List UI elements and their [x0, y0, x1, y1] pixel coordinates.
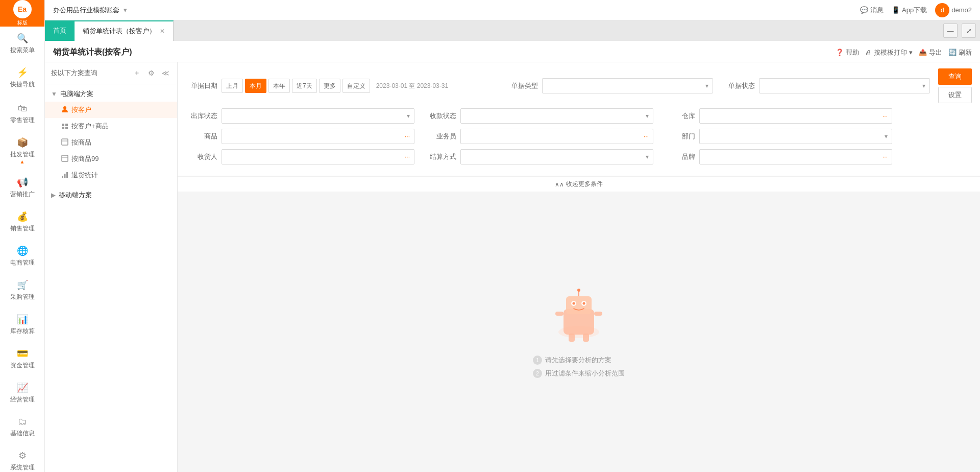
svg-rect-21: [555, 312, 564, 316]
sidebar-item-purchase[interactable]: 🛒 采购管理: [0, 273, 45, 308]
tab-minimize-btn[interactable]: —: [943, 23, 958, 38]
svg-point-20: [577, 289, 580, 292]
goods-control[interactable]: ···: [222, 129, 414, 144]
svg-rect-5: [62, 139, 68, 145]
payment-status-control[interactable]: ▾: [460, 108, 653, 124]
scheme-item-goods99-label: 按商品99: [71, 154, 99, 163]
payment-method-control[interactable]: ▾: [460, 149, 653, 164]
svg-point-17: [573, 302, 575, 304]
sidebar-item-wholesale[interactable]: 📦 批发管理 ▲: [0, 131, 45, 171]
filter-item-payment-status: 收款状态 ▾: [425, 108, 653, 124]
svg-point-18: [583, 302, 585, 304]
sidebar-item-operations[interactable]: 📈 经营管理: [0, 376, 45, 410]
tab-maximize-btn[interactable]: ⤢: [962, 23, 976, 38]
date-btn-this-year[interactable]: 本年: [268, 79, 290, 93]
settings-btn[interactable]: 设置: [938, 87, 972, 103]
svg-rect-24: [583, 334, 589, 342]
scheme-collapse-btn[interactable]: ≪: [160, 67, 171, 79]
date-btn-custom[interactable]: 自定义: [342, 79, 370, 93]
sidebar-item-marketing[interactable]: 📢 营销推广: [0, 171, 45, 205]
scheme-group-pc-header[interactable]: ▼ 电脑端方案: [45, 86, 177, 102]
chevron-right-icon: ▶: [51, 192, 56, 199]
sidebar-item-finance[interactable]: 💳 资金管理: [0, 342, 45, 376]
scheme-title: 按以下方案查询: [51, 68, 97, 78]
collapse-label: 收起更多条件: [566, 180, 603, 188]
sidebar-item-ecommerce[interactable]: 🌐 电商管理: [0, 239, 45, 273]
salesperson-label: 业务员: [425, 132, 460, 141]
date-btn-last-month[interactable]: 上月: [222, 79, 243, 93]
filter-row-4: 收货人 ··· 结算方式 ▾: [186, 149, 972, 164]
empty-state: 1 请先选择要分析的方案 2 用过滤条件来缩小分析范围: [178, 192, 980, 472]
filter-item-order-status: 单据状态 ▾: [723, 78, 930, 93]
refresh-btn[interactable]: 🔄 刷新: [948, 48, 972, 57]
scheme-item-by-customer-goods[interactable]: 按客户+商品: [45, 118, 177, 134]
filter-row-3: 商品 ··· 业务员 ···: [186, 129, 972, 144]
scheme-item-return-stats[interactable]: 退货统计: [45, 167, 177, 183]
empty-tip-2: 2 用过滤条件来缩小分析范围: [533, 369, 625, 378]
export-icon: 📤: [919, 49, 927, 56]
brand-dots: ···: [883, 153, 888, 160]
chevron-down-icon: ▼: [51, 90, 57, 98]
warehouse-control[interactable]: ···: [699, 108, 892, 124]
warehouse-dots: ···: [883, 112, 888, 120]
svg-rect-22: [594, 312, 602, 316]
refresh-icon: 🔄: [948, 49, 957, 56]
sidebar-item-basic[interactable]: 🗂 基础信息: [0, 410, 45, 444]
scheme-item-customer-goods-label: 按客户+商品: [71, 122, 109, 131]
filter-row-2: 出库状态 ▾ 收款状态 ▾: [186, 108, 972, 124]
date-label: 单据日期: [186, 81, 222, 90]
query-btn[interactable]: 查询: [938, 68, 972, 85]
receiver-dots: ···: [405, 153, 410, 160]
sidebar: Ea 标版 🔍 搜索菜单 ⚡ 快捷导航 🛍 零售管理 📦 批发管理 ▲ 📢 营销…: [0, 0, 45, 472]
sidebar-item-search[interactable]: 🔍 搜索菜单: [0, 27, 45, 61]
sidebar-label-sales: 销售管理: [10, 224, 35, 233]
order-type-label: 单据类型: [506, 81, 542, 90]
date-btn-more[interactable]: 更多: [319, 79, 340, 93]
sidebar-item-quicknav[interactable]: ⚡ 快捷导航: [0, 61, 45, 95]
scheme-settings-btn[interactable]: ⚙: [145, 67, 157, 79]
collapse-more-btn[interactable]: ∧∧ 收起更多条件: [178, 176, 980, 192]
filter-item-warehouse: 仓库 ···: [664, 108, 892, 124]
collapse-up-icon: ∧∧: [555, 181, 564, 188]
sidebar-item-system[interactable]: ⚙ 系统管理: [0, 444, 45, 472]
filter-item-salesperson: 业务员 ···: [425, 129, 653, 144]
order-status-control[interactable]: ▾: [759, 78, 930, 93]
logo-text: Ea: [18, 5, 27, 13]
scheme-add-btn[interactable]: ＋: [131, 67, 142, 79]
payment-method-dropdown-icon: ▾: [646, 153, 649, 160]
message-btn[interactable]: 💬 消息: [860, 6, 884, 15]
scheme-item-by-customer[interactable]: 按客户: [45, 102, 177, 118]
receiver-label: 收货人: [186, 152, 222, 161]
svg-rect-10: [64, 174, 66, 178]
help-btn[interactable]: ❓ 帮助: [836, 48, 859, 57]
scheme-item-by-goods99[interactable]: 按商品99: [45, 151, 177, 167]
svg-rect-9: [62, 176, 63, 178]
download-icon: 📱: [892, 6, 900, 14]
tab-home[interactable]: 首页: [45, 20, 75, 41]
app-download-btn[interactable]: 📱 App下载: [892, 6, 927, 15]
receiver-control[interactable]: ···: [222, 149, 414, 164]
customer-goods-icon: [61, 122, 68, 131]
tab-stats[interactable]: 销货单统计表（按客户） ✕: [75, 20, 174, 41]
scheme-item-by-goods[interactable]: 按商品: [45, 134, 177, 151]
sidebar-label-ecommerce: 电商管理: [10, 258, 35, 267]
brand-control[interactable]: ···: [699, 149, 892, 164]
order-type-control[interactable]: ▾: [542, 78, 713, 93]
sidebar-item-inventory[interactable]: 📊 库存核算: [0, 308, 45, 342]
sidebar-item-retail[interactable]: 🛍 零售管理: [0, 97, 45, 131]
date-btn-7days[interactable]: 近7天: [292, 79, 317, 93]
date-btn-this-month[interactable]: 本月: [245, 79, 266, 93]
filter-item-date: 单据日期 上月 本月 本年 近7天 更多 自定义 2023-03-01 至 20…: [186, 79, 496, 93]
sidebar-item-sales[interactable]: 💰 销售管理: [0, 205, 45, 239]
export-btn[interactable]: 📤 导出: [919, 48, 942, 57]
print-btn[interactable]: 🖨 按模板打印 ▾: [865, 48, 913, 57]
tab-close-icon[interactable]: ✕: [160, 28, 165, 35]
department-control[interactable]: ▾: [699, 129, 892, 144]
top-header: 办公用品行业模拟账套 ▾ 💬 消息 📱 App下载 d demo2: [45, 0, 980, 20]
ship-status-control[interactable]: ▾: [222, 108, 414, 124]
svg-rect-3: [62, 127, 64, 129]
user-btn[interactable]: d demo2: [935, 3, 972, 17]
scheme-group-mobile-header[interactable]: ▶ 移动端方案: [45, 187, 177, 203]
header-dropdown-icon[interactable]: ▾: [124, 6, 127, 14]
salesperson-control[interactable]: ···: [460, 129, 653, 144]
